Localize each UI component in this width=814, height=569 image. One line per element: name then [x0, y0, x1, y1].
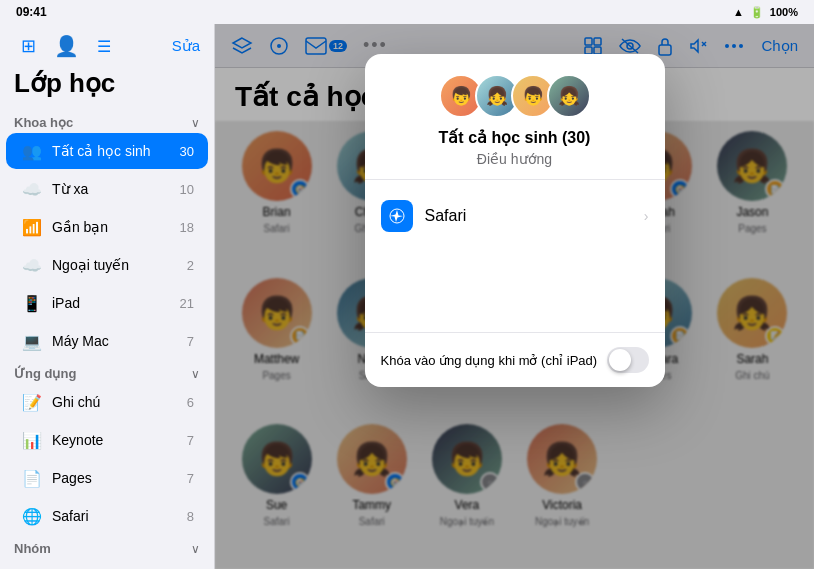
pages-label: Pages: [52, 470, 187, 486]
status-bar: 09:41 ▲ 🔋 100%: [0, 0, 814, 24]
nearby-count: 18: [180, 220, 194, 235]
section-title-ung-dung: Ứng dụng: [14, 366, 76, 381]
modal-overlay[interactable]: 👦 👧 👦 👧 Tất cả học sinh (30) Điều hướng: [215, 24, 814, 569]
all-students-count: 30: [180, 144, 194, 159]
modal-safari-icon: [381, 200, 413, 232]
sidebar-item-understands[interactable]: 😊 Understands 12: [6, 559, 208, 569]
main-content: 12 •••: [215, 24, 814, 569]
status-time: 09:41: [16, 5, 47, 19]
sidebar-item-all-students[interactable]: 👥 Tất cả học sinh 30: [6, 133, 208, 169]
modal-safari-label: Safari: [425, 207, 644, 225]
modal-footer-text: Khóa vào ứng dụng khi mở (chỉ iPad): [381, 353, 607, 368]
sidebar-item-offline[interactable]: ☁️ Ngoại tuyến 2: [6, 247, 208, 283]
modal-avatar-4: 👧: [547, 74, 591, 118]
keynote-label: Keynote: [52, 432, 187, 448]
navigate-modal: 👦 👧 👦 👧 Tất cả học sinh (30) Điều hướng: [365, 54, 665, 387]
understands-icon: 😊: [20, 565, 44, 569]
sidebar-item-nearby[interactable]: 📶 Gần bạn 18: [6, 209, 208, 245]
nearby-icon: 📶: [20, 215, 44, 239]
safari-icon: 🌐: [20, 504, 44, 528]
sidebar-item-mac[interactable]: 💻 Máy Mac 7: [6, 323, 208, 359]
offline-count: 2: [187, 258, 194, 273]
mac-label: Máy Mac: [52, 333, 187, 349]
modal-avatars: 👦 👧 👦 👧: [439, 74, 591, 118]
lock-toggle[interactable]: [607, 347, 649, 373]
status-right: ▲ 🔋 100%: [733, 6, 798, 19]
modal-subtitle: Điều hướng: [477, 151, 552, 167]
modal-spacer: [365, 252, 665, 332]
all-students-label: Tất cả học sinh: [52, 143, 180, 159]
modal-header: 👦 👧 👦 👧 Tất cả học sinh (30) Điều hướng: [365, 54, 665, 180]
sidebar-grid-icon[interactable]: ⊞: [14, 32, 42, 60]
nearby-label: Gần bạn: [52, 219, 180, 235]
sidebar-item-notes[interactable]: 📝 Ghi chú 6: [6, 384, 208, 420]
sidebar: ⊞ 👤 ☰ Sửa Lớp học Khoa học ∨ 👥 Tất cả họ…: [0, 24, 215, 569]
sidebar-person-icon[interactable]: 👤: [52, 32, 80, 60]
sidebar-item-ipad[interactable]: 📱 iPad 21: [6, 285, 208, 321]
notes-label: Ghi chú: [52, 394, 187, 410]
section-chevron-nhom[interactable]: ∨: [191, 542, 200, 556]
app-container: ⊞ 👤 ☰ Sửa Lớp học Khoa học ∨ 👥 Tất cả họ…: [0, 24, 814, 569]
safari-count: 8: [187, 509, 194, 524]
remote-icon: ☁️: [20, 177, 44, 201]
sidebar-item-keynote[interactable]: 📊 Keynote 7: [6, 422, 208, 458]
ipad-icon: 📱: [20, 291, 44, 315]
pages-count: 7: [187, 471, 194, 486]
section-title-khoa-hoc: Khoa học: [14, 115, 73, 130]
all-students-icon: 👥: [20, 139, 44, 163]
modal-section: Safari ›: [365, 180, 665, 252]
modal-safari-chevron: ›: [644, 208, 649, 224]
mac-icon: 💻: [20, 329, 44, 353]
section-header-ung-dung: Ứng dụng ∨: [0, 360, 214, 383]
notes-count: 6: [187, 395, 194, 410]
section-header-khoa-hoc: Khoa học ∨: [0, 109, 214, 132]
sidebar-edit-button[interactable]: Sửa: [172, 37, 200, 55]
sidebar-list-icon[interactable]: ☰: [90, 32, 118, 60]
offline-icon: ☁️: [20, 253, 44, 277]
sidebar-item-remote[interactable]: ☁️ Từ xa 10: [6, 171, 208, 207]
section-header-nhom: Nhóm ∨: [0, 535, 214, 558]
sidebar-item-safari[interactable]: 🌐 Safari 8: [6, 498, 208, 534]
sidebar-header: ⊞ 👤 ☰ Sửa: [0, 24, 214, 64]
keynote-count: 7: [187, 433, 194, 448]
remote-count: 10: [180, 182, 194, 197]
wifi-icon: ▲: [733, 6, 744, 18]
battery-icon: 🔋: [750, 6, 764, 19]
modal-footer: Khóa vào ứng dụng khi mở (chỉ iPad): [365, 332, 665, 387]
section-chevron-ung-dung[interactable]: ∨: [191, 367, 200, 381]
battery-label: 100%: [770, 6, 798, 18]
offline-label: Ngoại tuyến: [52, 257, 187, 273]
sidebar-icons: ⊞ 👤 ☰: [14, 32, 118, 60]
pages-icon: 📄: [20, 466, 44, 490]
toggle-knob: [609, 349, 631, 371]
sidebar-item-pages[interactable]: 📄 Pages 7: [6, 460, 208, 496]
ipad-count: 21: [180, 296, 194, 311]
section-title-nhom: Nhóm: [14, 541, 51, 556]
remote-label: Từ xa: [52, 181, 180, 197]
safari-label: Safari: [52, 508, 187, 524]
notes-icon: 📝: [20, 390, 44, 414]
section-chevron-khoa-hoc[interactable]: ∨: [191, 116, 200, 130]
ipad-label: iPad: [52, 295, 180, 311]
mac-count: 7: [187, 334, 194, 349]
modal-safari-item[interactable]: Safari ›: [365, 188, 665, 244]
modal-title: Tất cả học sinh (30): [439, 128, 591, 147]
app-title: Lớp học: [0, 64, 214, 109]
keynote-icon: 📊: [20, 428, 44, 452]
